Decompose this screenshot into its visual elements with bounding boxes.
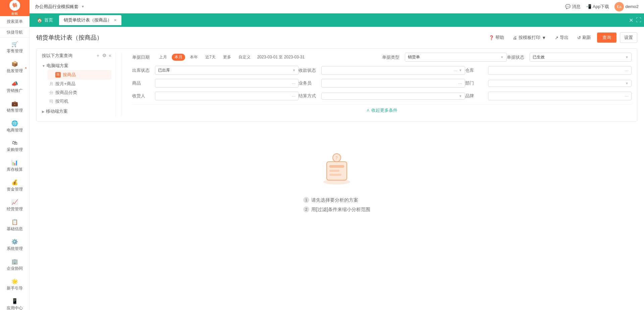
search-menu[interactable]: 搜索菜单	[0, 16, 29, 28]
tree-item-by-product-category[interactable]: 分 按商品分类	[47, 88, 111, 97]
scheme-panel-header: 按以下方案查询 ＋ ⚙ «	[42, 53, 111, 59]
quick-nav[interactable]: 快捷导航	[0, 28, 29, 38]
receipt-status-control[interactable]: ··· ▼	[321, 66, 465, 75]
app-download-btn[interactable]: 📲 App下载	[586, 4, 609, 10]
product-dots[interactable]: ···	[292, 81, 296, 86]
scheme-tree: ▼ 电脑端方案 商 按商品	[42, 61, 111, 116]
salesperson-field: 业务员 ···	[299, 79, 465, 88]
help-icon: ❓	[489, 35, 494, 40]
app-center-icon: 📱	[11, 298, 18, 304]
salesperson-control[interactable]: ···	[321, 79, 465, 88]
scheme-add-btn[interactable]: ＋	[96, 53, 100, 59]
this-year-btn[interactable]: 本年	[187, 54, 201, 61]
message-btn[interactable]: 💬 消息	[565, 4, 581, 10]
doc-type-label: 单据类型	[382, 54, 402, 60]
tree-item-by-cashier[interactable]: 司 按司机	[47, 97, 111, 106]
print-btn[interactable]: 🖨 按模板打印 ▼	[510, 33, 549, 42]
sidebar-item-ecommerce[interactable]: 🌐 电商管理	[0, 117, 29, 137]
sidebar-item-wholesale[interactable]: 📦 批发管理	[0, 57, 29, 77]
svg-text:?: ?	[335, 156, 338, 160]
empty-step-2: 2 用[过滤]条件来缩小分析范围	[303, 205, 370, 214]
help-btn[interactable]: ❓ 帮助	[486, 33, 507, 42]
sidebar-item-enterprise[interactable]: 🏢 企业协同	[0, 255, 29, 275]
scheme-collapse-btn[interactable]: «	[109, 53, 111, 59]
basic-icon: 📋	[11, 219, 18, 225]
sidebar-item-inventory[interactable]: 📊 库存核算	[0, 156, 29, 176]
breadcrumb-dropdown-icon[interactable]: ▼	[81, 5, 85, 8]
recipient-dots[interactable]: ···	[292, 93, 296, 99]
department-label: 部门	[465, 80, 485, 86]
brand-dots[interactable]: ···	[625, 93, 629, 99]
sidebar-item-system[interactable]: ⚙️ 系统管理	[0, 235, 29, 255]
tab-close-all-btn[interactable]: ✕	[629, 17, 633, 23]
tree-item-by-product[interactable]: 商 按商品	[47, 70, 111, 80]
product-control[interactable]: ···	[155, 79, 299, 88]
tab-expand-btn[interactable]: ⛶	[636, 17, 641, 23]
department-field: 部门 ▼	[465, 80, 632, 87]
settlement-control[interactable]: ▼	[321, 93, 465, 100]
query-btn[interactable]: 查询	[597, 33, 616, 43]
out-status-control[interactable]: 已出库 ▼	[155, 66, 299, 75]
recipient-field: 收货人 ···	[132, 92, 299, 100]
tree-group-desktop: ▼ 电脑端方案 商 按商品	[42, 61, 111, 106]
this-month-btn[interactable]: 本月	[172, 54, 185, 61]
sidebar-item-newbie[interactable]: 🌟 新手引导	[0, 275, 29, 295]
doc-status-control[interactable]: 已生效 ▼	[530, 53, 632, 62]
salesperson-dots[interactable]: ···	[458, 81, 462, 86]
sidebar-item-marketing[interactable]: 📣 营销推广	[0, 77, 29, 97]
custom-btn[interactable]: 自定义	[236, 54, 253, 61]
tab-close-btn[interactable]: ✕	[114, 18, 117, 22]
more-btn[interactable]: 更多	[220, 54, 234, 61]
warehouse-control[interactable]: ···	[488, 66, 632, 75]
page-actions: ❓ 帮助 🖨 按模板打印 ▼ ↗ 导出 ↺ 刷新	[486, 32, 637, 43]
tab-home[interactable]: 🏠 首页	[32, 15, 58, 25]
filter-row-4: 收货人 ··· 结算方式 ▼	[132, 92, 632, 100]
sub-icon-category: 分	[49, 90, 53, 96]
sidebar-item-retail[interactable]: 🛒 零售管理	[0, 38, 29, 57]
last-month-btn[interactable]: 上月	[156, 54, 170, 61]
inventory-icon: 📊	[11, 159, 18, 166]
sidebar-item-operations[interactable]: 📈 经营管理	[0, 196, 29, 215]
page-header: 销货单统计表（按商品） ❓ 帮助 🖨 按模板打印 ▼ ↗ 导出	[36, 32, 637, 43]
warehouse-dots[interactable]: ···	[625, 68, 629, 73]
ecommerce-icon: 🌐	[11, 120, 18, 126]
warehouse-label: 仓库	[465, 67, 485, 73]
empty-step-1: 1 请先选择要分析的方案	[303, 195, 370, 205]
settings-btn[interactable]: 设置	[620, 32, 637, 43]
receipt-status-arrow: ▼	[459, 68, 462, 72]
collapse-arrow: ∧	[366, 108, 370, 113]
sidebar-item-sales[interactable]: 💼 销售管理	[0, 97, 29, 117]
tabbar: 🏠 首页 销货单统计表（按商品） ✕ ✕ ⛶	[30, 13, 644, 27]
sidebar-item-finance[interactable]: 💰 资金管理	[0, 176, 29, 196]
scheme-settings-icon[interactable]: ⚙	[102, 53, 107, 59]
brand-control[interactable]: ···	[488, 92, 632, 100]
collapse-conditions-btn[interactable]: ∧ 收起更多条件	[132, 104, 632, 116]
tree-item-by-month-product[interactable]: 月 按月+商品	[47, 80, 111, 88]
tab-sales-stat[interactable]: 销货单统计表（按商品） ✕	[59, 15, 121, 25]
print-dropdown-icon[interactable]: ▼	[542, 35, 546, 40]
topbar-right: 💬 消息 📲 App下载 Ea demo2	[565, 2, 639, 11]
recipient-control[interactable]: ···	[155, 92, 299, 100]
salesperson-label: 业务员	[299, 80, 319, 86]
doc-type-control[interactable]: 销货单 ▼	[405, 53, 507, 62]
sidebar-item-app-center[interactable]: 📱 应用中心	[0, 295, 29, 310]
doc-status-value: 已生效	[533, 54, 624, 60]
tree-mobile-arrow: ▶	[42, 110, 45, 113]
date-range-value: 2023-03-01 至 2023-03-31	[257, 54, 305, 60]
user-avatar-btn[interactable]: Ea demo2	[614, 2, 639, 11]
receipt-status-dots[interactable]: ···	[453, 68, 458, 73]
sidebar-item-purchase[interactable]: 🛍 采购管理	[0, 137, 29, 156]
operations-icon: 📈	[11, 199, 18, 205]
tabbar-controls: ✕ ⛶	[629, 17, 641, 23]
sidebar-item-basic[interactable]: 📋 基础信息	[0, 215, 29, 235]
department-control[interactable]: ▼	[488, 80, 632, 87]
export-btn[interactable]: ↗ 导出	[552, 33, 571, 42]
tree-group-mobile-header[interactable]: ▶ 移动端方案	[42, 107, 111, 116]
refresh-btn[interactable]: ↺ 刷新	[575, 33, 594, 42]
tree-group-desktop-header[interactable]: ▼ 电脑端方案	[42, 61, 111, 70]
svg-rect-4	[329, 174, 341, 176]
last-7-days-btn[interactable]: 近7天	[203, 54, 218, 61]
tree-desktop-items: 商 按商品 月 按月+商品 分 按商品分类	[42, 70, 111, 106]
app-logo[interactable]: 畅 标账	[0, 0, 30, 16]
date-label: 单据日期	[132, 54, 152, 60]
